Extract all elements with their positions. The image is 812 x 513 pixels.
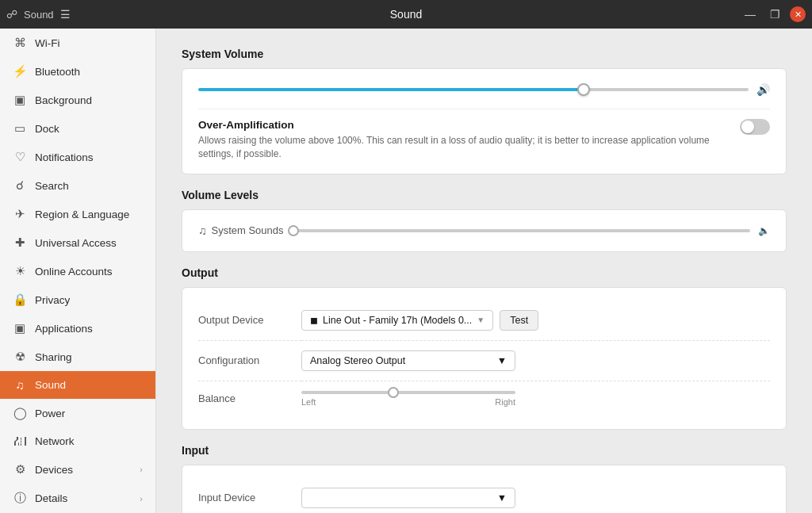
titlebar-controls: — ❐ ✕ [740,6,806,22]
balance-left-label: Left [301,397,316,407]
sidebar-label-dock: Dock [35,123,59,135]
sidebar-label-notifications: Notifications [35,151,94,163]
balance-labels: Left Right [301,397,515,407]
privacy-icon: 🔒 [13,293,27,307]
system-sounds-label: ♫ System Sounds [198,224,285,237]
sidebar-label-privacy: Privacy [35,294,70,306]
output-table: Output Device ◼ Line Out - Family 17h (M… [198,301,770,416]
sidebar-label-network: Network [35,435,75,447]
system-sounds-slider[interactable] [293,223,750,239]
sidebar-item-power[interactable]: ◯ Power [0,399,155,427]
output-configuration-cell: Analog Stereo Output ▼ [301,340,770,381]
sidebar-item-online-accounts[interactable]: ☀ Online Accounts [0,257,155,285]
balance-right-label: Right [495,397,515,407]
sidebar-item-background[interactable]: ▣ Background [0,86,155,114]
sidebar-item-sound[interactable]: ♫ Sound [0,371,155,399]
output-device-icon: ◼ [310,315,318,326]
titlebar: ☍ Sound ☰ Sound — ❐ ✕ [0,0,812,29]
online-accounts-icon: ☀ [13,264,27,278]
balance-track [301,391,515,394]
sidebar-item-network[interactable]: ⛜ Network [0,427,155,455]
over-amplification-title: Over-Amplification [198,119,727,131]
output-configuration-label: Configuration [198,340,301,381]
system-volume-icon: 🔊 [756,83,770,96]
network-icon: ⛜ [13,435,27,448]
output-config-chevron-icon: ▼ [497,355,507,366]
wifi-icon: ⌘ [13,36,27,50]
sidebar-item-wifi[interactable]: ⌘ Wi-Fi [0,29,155,57]
sidebar-label-background: Background [35,94,92,106]
background-icon: ▣ [13,93,27,107]
system-volume-thumb[interactable] [577,83,590,96]
sidebar-label-sharing: Sharing [35,351,72,363]
output-configuration-row: Configuration Analog Stereo Output ▼ [198,340,770,381]
sidebar-item-search[interactable]: ☌ Search [0,171,155,200]
input-device-label: Input Device [198,478,301,513]
sidebar-label-online-accounts: Online Accounts [35,266,113,278]
main-layout: ⌘ Wi-Fi ⚡ Bluetooth ▣ Background ▭ Dock … [0,29,812,513]
bluetooth-icon: ⚡ [13,64,27,78]
sidebar-label-devices: Devices [35,464,73,476]
output-device-label: Output Device [198,301,301,341]
maximize-button[interactable]: ❐ [765,6,785,22]
system-sounds-volume-icon: 🔈 [758,225,770,236]
output-card: Output Device ◼ Line Out - Family 17h (M… [182,287,787,430]
output-device-dropdown[interactable]: ◼ Line Out - Family 17h (Models 0... ▼ [301,310,493,331]
balance-thumb[interactable] [388,387,399,398]
content-area: System Volume 🔊 Over-Amplification Allow… [156,29,812,513]
system-sounds-thumb[interactable] [288,225,299,236]
sidebar-item-sharing[interactable]: ☢ Sharing [0,343,155,371]
devices-chevron-icon: › [140,465,143,474]
input-table: Input Device ▼ Configuration [198,478,770,513]
details-chevron-icon: › [140,494,143,503]
sidebar-item-dock[interactable]: ▭ Dock [0,114,155,143]
minimize-button[interactable]: — [740,6,760,22]
sharing-icon: ☢ [13,350,27,364]
balance-slider-container[interactable]: Left Right [301,391,515,407]
output-configuration-dropdown[interactable]: Analog Stereo Output ▼ [301,350,515,371]
sidebar-item-universal-access[interactable]: ✚ Universal Access [0,228,155,257]
sidebar-label-region: Region & Language [35,209,129,220]
output-device-row: Output Device ◼ Line Out - Family 17h (M… [198,301,770,341]
system-sounds-text: System Sounds [212,224,284,236]
output-device-chevron-icon: ▼ [477,316,485,324]
divider [198,109,770,109]
sidebar-label-wifi: Wi-Fi [35,37,59,49]
search-sidebar-icon: ☌ [13,178,27,193]
sidebar-item-bluetooth[interactable]: ⚡ Bluetooth [0,57,155,86]
system-volume-title: System Volume [182,48,787,60]
input-device-dropdown[interactable]: ▼ [301,488,515,508]
sidebar-label-sound: Sound [35,379,66,391]
balance-cell: Left Right [301,381,770,416]
sidebar-item-devices[interactable]: ⚙ Devices › [0,455,155,484]
output-device-value: Line Out - Family 17h (Models 0... [323,315,472,326]
over-amplification-content: Over-Amplification Allows raising the vo… [198,119,770,161]
close-button[interactable]: ✕ [790,6,806,22]
sidebar-item-region[interactable]: ✈ Region & Language [0,200,155,228]
details-icon: ⓘ [13,491,27,506]
title-text: Sound [390,8,422,21]
sound-icon: ♫ [13,378,27,392]
menu-icon[interactable]: ☰ [60,8,71,21]
sidebar-item-privacy[interactable]: 🔒 Privacy [0,285,155,314]
volume-levels-card: ♫ System Sounds 🔈 [182,209,787,252]
sidebar-item-applications[interactable]: ▣ Applications [0,314,155,343]
test-button[interactable]: Test [500,310,538,331]
over-amplification-text: Over-Amplification Allows raising the vo… [198,119,727,161]
sidebar-item-details[interactable]: ⓘ Details › [0,484,155,513]
volume-levels-title: Volume Levels [182,189,787,201]
system-volume-card: 🔊 Over-Amplification Allows raising the … [182,68,787,174]
system-volume-track [198,88,749,91]
output-title: Output [182,266,787,279]
over-amplification-row: Over-Amplification Allows raising the vo… [198,109,770,161]
over-amplification-toggle[interactable] [740,119,770,135]
titlebar-left: ☍ Sound ☰ [6,8,71,21]
sidebar-item-notifications[interactable]: ♡ Notifications [0,143,155,171]
notifications-icon: ♡ [13,150,27,164]
system-volume-slider[interactable] [198,82,749,98]
music-note-icon: ♫ [198,224,207,237]
toggle-knob [741,121,754,133]
output-device-cell: ◼ Line Out - Family 17h (Models 0... ▼ T… [301,301,770,341]
search-icon[interactable]: ☍ [6,8,17,21]
balance-label: Balance [198,381,301,416]
